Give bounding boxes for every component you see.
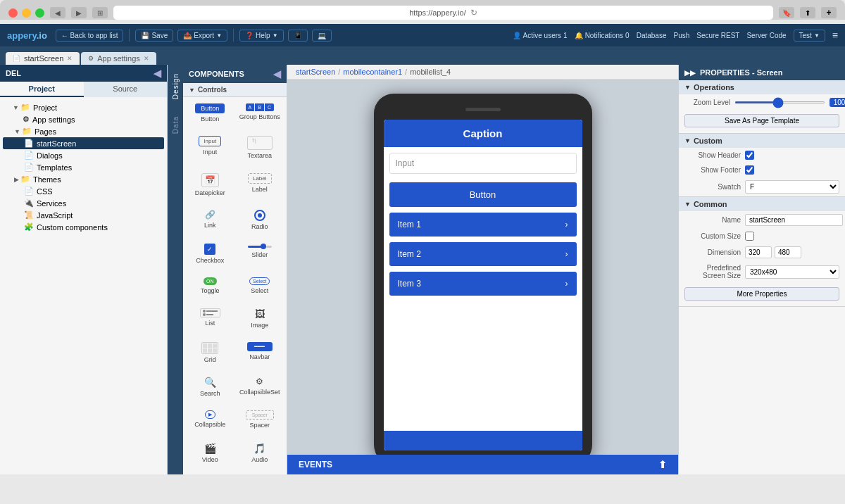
tree-item-css[interactable]: 📄 CSS xyxy=(3,185,164,197)
secure-rest-button[interactable]: Secure REST xyxy=(696,32,739,39)
component-navbar[interactable]: ━━━ Navbar xyxy=(236,339,284,372)
swatch-select[interactable]: F A B C xyxy=(745,180,839,194)
component-select[interactable]: Select Select xyxy=(236,274,284,303)
predefined-size-select[interactable]: 320x480 360x640 414x736 xyxy=(745,265,839,279)
save-as-template-button[interactable]: Save As Page Template xyxy=(684,114,839,127)
tab-settings-close-icon[interactable]: ✕ xyxy=(144,55,149,62)
show-footer-checkbox[interactable] xyxy=(745,165,754,175)
settings-icon: ⚙ xyxy=(23,115,30,124)
common-section-header[interactable]: ▼ Common xyxy=(679,197,845,211)
tree-item-project[interactable]: ▼ 📁 Project xyxy=(3,101,164,113)
phone-input-field[interactable]: Input xyxy=(389,153,577,174)
database-button[interactable]: Database xyxy=(637,32,667,39)
component-radio[interactable]: Radio xyxy=(236,206,284,239)
component-collapsibleset[interactable]: ⚙ CollapsibleSet xyxy=(236,373,284,405)
custom-section-header[interactable]: ▼ Custom xyxy=(679,134,845,148)
data-tab[interactable]: Data xyxy=(172,116,180,134)
bookmark-icon[interactable]: 🔖 xyxy=(779,7,794,18)
component-list[interactable]: List xyxy=(186,305,234,337)
component-search[interactable]: 🔍 Search xyxy=(186,373,234,405)
tree-item-pages[interactable]: ▼ 📁 Pages xyxy=(3,125,164,137)
test-button[interactable]: Test ▼ xyxy=(794,30,825,42)
tab-start-screen[interactable]: 📄 startScreen ✕ xyxy=(6,52,80,65)
save-button[interactable]: 💾 Save xyxy=(135,30,173,42)
component-button[interactable]: Button Button xyxy=(186,100,234,131)
component-textarea[interactable]: T| Textarea xyxy=(236,132,284,168)
forward-nav-button[interactable]: ▶ xyxy=(71,7,87,18)
export-button[interactable]: 📤 Export ▼ xyxy=(177,30,227,42)
tree-item-themes[interactable]: ▶ 📁 Themes xyxy=(3,173,164,185)
panel-collapse-icon[interactable]: ◀ xyxy=(154,68,161,79)
show-header-checkbox[interactable] xyxy=(745,151,754,160)
component-toggle[interactable]: ON Toggle xyxy=(186,274,234,303)
tab-close-icon[interactable]: ✕ xyxy=(67,55,73,62)
refresh-icon[interactable]: ↻ xyxy=(470,8,477,18)
new-tab-button[interactable]: + xyxy=(821,7,837,18)
tablet-view-button[interactable]: 💻 xyxy=(312,30,332,42)
phone-list-item-1[interactable]: Item 1 › xyxy=(389,213,577,237)
events-bar[interactable]: EVENTS ⬆ xyxy=(287,455,678,474)
back-nav-button[interactable]: ◀ xyxy=(50,7,65,18)
phone-button[interactable]: Button xyxy=(389,182,577,207)
canvas-area: Caption Input Button Item 1 › Item 2 › xyxy=(287,80,678,474)
panel-tab-source[interactable]: Source xyxy=(84,82,168,97)
custom-size-checkbox[interactable] xyxy=(745,232,754,241)
phone-list-item-3[interactable]: Item 3 › xyxy=(389,272,577,296)
properties-header: ▶▶ PROPERTIES - Screen xyxy=(679,65,845,80)
more-properties-button[interactable]: More Properties xyxy=(684,287,839,301)
component-checkbox[interactable]: ✓ Checkbox xyxy=(186,240,234,272)
back-to-app-list-button[interactable]: ← Back to app list xyxy=(56,30,124,42)
chevron-icon: › xyxy=(565,220,568,229)
component-grid[interactable]: Grid xyxy=(186,339,234,372)
tab-app-settings[interactable]: ⚙ App settings ✕ xyxy=(81,52,156,65)
component-collapsible[interactable]: ▶ Collapsible xyxy=(186,407,234,437)
navbar-icon: ━━━ xyxy=(247,342,273,351)
components-collapse-icon[interactable]: ◀ xyxy=(273,68,281,80)
server-code-button[interactable]: Server Code xyxy=(746,32,786,39)
tree-item-dialogs[interactable]: 📄 Dialogs xyxy=(3,149,164,161)
zoom-slider[interactable] xyxy=(734,101,825,103)
name-input[interactable] xyxy=(745,214,843,226)
component-input[interactable]: Input Input xyxy=(186,132,234,168)
breadcrumb-item-2[interactable]: mobilecontainer1 xyxy=(343,68,402,76)
component-group-buttons[interactable]: A B C Group Buttons xyxy=(236,100,284,131)
component-video[interactable]: 🎬 Video xyxy=(186,439,234,472)
design-tab[interactable]: Design xyxy=(172,73,180,99)
tree-item-templates[interactable]: 📄 Templates xyxy=(3,161,164,173)
tree-item-services[interactable]: 🔌 Services xyxy=(3,197,164,209)
grid-icon xyxy=(201,342,218,354)
breadcrumb-item-1[interactable]: startScreen xyxy=(296,68,335,76)
dimension-width-input[interactable] xyxy=(745,246,772,258)
tree-item-startscreen[interactable]: 📄 startScreen xyxy=(3,137,164,149)
component-image[interactable]: 🖼 Image xyxy=(236,305,284,337)
panel-tab-project[interactable]: Project xyxy=(0,82,84,97)
operations-section-header[interactable]: ▼ Operations xyxy=(679,80,845,94)
group-buttons-icon: A B C xyxy=(246,103,274,111)
phone-view-button[interactable]: 📱 xyxy=(288,30,308,42)
component-audio[interactable]: 🎵 Audio xyxy=(236,439,284,472)
menu-button[interactable]: ≡ xyxy=(832,30,838,41)
component-link[interactable]: 🔗 Link xyxy=(186,206,234,239)
tree-label: Services xyxy=(37,199,66,208)
component-spacer[interactable]: Spacer Spacer xyxy=(236,407,284,437)
operations-arrow-icon: ▼ xyxy=(684,84,691,91)
project-tree: ▼ 📁 Project ⚙ App settings ▼ 📁 Pages xyxy=(0,97,167,474)
phone-list-item-2[interactable]: Item 2 › xyxy=(389,242,577,266)
component-slider[interactable]: Slider xyxy=(236,240,284,272)
dimension-height-input[interactable] xyxy=(775,246,801,258)
properties-panel: ▶▶ PROPERTIES - Screen ▼ Operations Zoom… xyxy=(678,65,845,474)
help-button[interactable]: ❓ Help ▼ xyxy=(239,30,284,42)
address-bar[interactable]: https://appery.io/ ↻ xyxy=(113,6,773,20)
close-button[interactable] xyxy=(8,8,18,18)
tree-item-javascript[interactable]: 📜 JavaScript xyxy=(3,209,164,221)
minimize-button[interactable] xyxy=(22,8,31,18)
url-text: https://appery.io/ xyxy=(409,8,466,17)
tree-item-app-settings[interactable]: ⚙ App settings xyxy=(3,113,164,125)
push-button[interactable]: Push xyxy=(673,32,689,39)
tree-item-custom-components[interactable]: 🧩 Custom components xyxy=(3,221,164,233)
component-label[interactable]: Label Label xyxy=(236,170,284,205)
maximize-button[interactable] xyxy=(35,8,44,18)
share-icon[interactable]: ⬆ xyxy=(800,7,815,18)
component-datepicker[interactable]: 📅 Datepicker xyxy=(186,170,234,205)
view-toggle-button[interactable]: ⊞ xyxy=(92,7,108,18)
